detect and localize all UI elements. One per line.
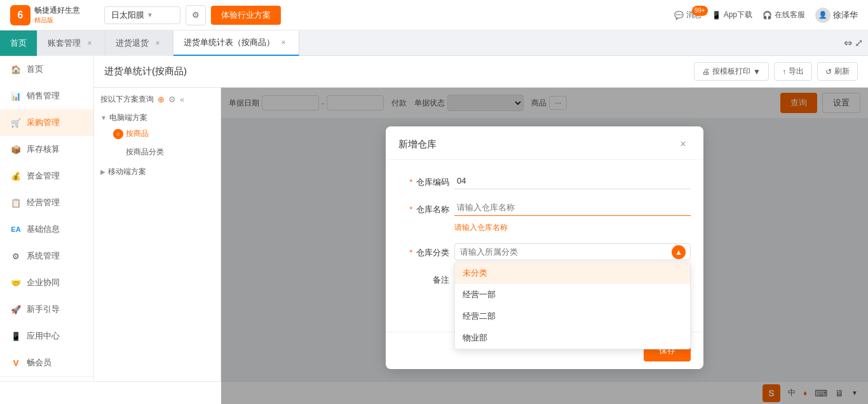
sidebar-item-system[interactable]: ⚙ 系统管理 [0,243,93,269]
main-content: 单据日期 - 付款 单据状态 商品 [221,88,868,404]
sidebar-item-enterprise[interactable]: 🤝 企业协同 [0,269,93,296]
modal-body: * 仓库编码 * 仓库名称 [386,160,703,332]
header-right: 💬 消息 99+ 📱 App下载 🎧 在线客服 👤 徐泽华 [674,8,858,23]
tree-node-mobile[interactable]: ▶ 移动端方案 [100,164,214,180]
tab-account[interactable]: 账套管理 × [37,30,105,56]
gear-icon: ⚙ [192,10,200,20]
inventory-icon: 📦 [10,144,22,155]
refresh-icon: ↺ [825,67,832,76]
page-header: 进货单统计(按商品) 🖨 按模板打印 ▼ ↑ 导出 ↺ 刷新 [94,56,868,88]
dropdown-item-property[interactable]: 物业部 [455,327,690,349]
online-service-button[interactable]: 🎧 在线客服 [763,10,805,20]
add-warehouse-modal: 新增仓库 × * 仓库编码 [386,126,703,369]
tree-node-by-category[interactable]: 按商品分类 [113,144,214,160]
name-row: * 仓库名称 请输入仓库名称 [398,199,691,233]
export-button[interactable]: ↑ 导出 [774,62,812,81]
brand-text: 畅捷通好生意 精品版 [34,5,80,25]
name-error-msg: 请输入仓库名称 [454,222,691,233]
filter-panel-header: 按以下方案查询 ⊕ ⚙ « [100,94,214,105]
finance-icon: 💰 [10,170,22,182]
category-dropdown: 未分类 经营一部 经营二部 物业部 [454,262,691,349]
name-required-star: * [409,205,412,214]
tab-account-label: 账套管理 [48,37,81,49]
sidebar-item-purchase[interactable]: 🛒 采购管理 [0,109,93,136]
tab-purchase-stat-close-icon[interactable]: × [278,37,288,48]
tab-home-label: 首页 [10,37,27,49]
modal-header: 新增仓库 × [386,126,703,160]
collapse-scheme-icon[interactable]: « [180,95,184,104]
sidebar-item-inventory[interactable]: 📦 库存核算 [0,136,93,163]
message-badge: 99+ [692,6,708,16]
basic-info-icon: EA [10,224,22,235]
sidebar-appcenter-label: 应用中心 [27,330,60,342]
code-required-star: * [409,177,412,187]
filter-panel: 按以下方案查询 ⊕ ⚙ « ▼ 电脑端方案 ○ 按商品 按商品分 [94,88,221,404]
user-profile[interactable]: 👤 徐泽华 [815,8,858,23]
main-layout: 🏠 首页 📊 销售管理 🛒 采购管理 📦 库存核算 💰 资金管理 📋 经营管理 … [0,56,868,404]
message-icon: 💬 [674,11,684,20]
mobile-icon: 📱 [712,11,721,20]
name-input[interactable] [454,199,691,216]
modal-close-button[interactable]: × [675,137,691,152]
code-row: * 仓库编码 [398,173,691,189]
sidebar-item-appcenter[interactable]: 📱 应用中心 [0,323,93,349]
category-row: * 仓库分类 ▲ 未分类 经营一部 [398,243,691,260]
category-input[interactable] [454,243,691,260]
modal-overlay[interactable]: 新增仓库 × * 仓库编码 [221,88,868,404]
category-label: * 仓库分类 [398,243,449,259]
print-button[interactable]: 🖨 按模板打印 ▼ [694,62,769,81]
app-download-button[interactable]: 📱 App下载 [712,10,752,20]
print-icon: 🖨 [702,67,710,76]
sidebar-item-operation[interactable]: 📋 经营管理 [0,189,93,216]
sidebar-item-sales[interactable]: 📊 销售管理 [0,83,93,109]
add-scheme-icon[interactable]: ⊕ [158,95,165,104]
user-avatar: 👤 [815,8,831,23]
sidebar-home-label: 首页 [27,64,43,75]
content-area: 进货单统计(按商品) 🖨 按模板打印 ▼ ↑ 导出 ↺ 刷新 [94,56,868,404]
member-icon: V [10,357,22,368]
tree-children-pc: ○ 按商品 按商品分类 [113,126,214,160]
home-icon: 🏠 [10,64,22,75]
sidebar-item-home[interactable]: 🏠 首页 [0,56,93,83]
modal-title: 新增仓库 [398,138,437,151]
refresh-button[interactable]: ↺ 刷新 [817,62,858,81]
sidebar-operation-label: 经营管理 [27,197,60,208]
sidebar-inventory-label: 库存核算 [27,144,60,155]
trial-button[interactable]: 体验行业方案 [211,6,281,25]
code-label: * 仓库编码 [398,173,449,188]
tab-home[interactable]: 首页 [0,30,37,56]
name-label: * 仓库名称 [398,200,449,215]
tab-account-close-icon[interactable]: × [85,38,95,48]
tree-arrow-icon: ▼ [100,114,107,121]
header-middle: 日太阳膜 ▼ ⚙ 体验行业方案 [104,5,674,25]
dropdown-item-dept2[interactable]: 经营二部 [455,306,690,327]
category-select-wrap: ▲ 未分类 经营一部 经营二部 物业部 [454,243,691,260]
tab-return-close-icon[interactable]: × [153,38,163,48]
edit-scheme-icon[interactable]: ⚙ [168,95,176,104]
sidebar-item-basic-info[interactable]: EA 基础信息 [0,216,93,243]
sidebar-finance-label: 资金管理 [27,170,60,182]
tab-return-label: 进货退货 [116,37,149,49]
gear-button[interactable]: ⚙ [186,5,206,25]
tree-mobile-arrow-icon: ▶ [100,168,105,175]
sidebar-basic-info-label: 基础信息 [27,224,60,235]
dropdown-item-unclassified[interactable]: 未分类 [455,262,690,284]
sidebar-item-newbie[interactable]: 🚀 新手引导 [0,296,93,323]
tab-return[interactable]: 进货退货 × [105,30,173,56]
tab-purchase-stat[interactable]: 进货单统计表（按商品） × [173,30,299,56]
category-required-star: * [409,248,412,257]
store-selector[interactable]: 日太阳膜 ▼ [104,6,180,24]
print-dropdown-icon: ▼ [753,67,761,76]
message-button[interactable]: 💬 消息 99+ [674,10,702,20]
sidebar-item-finance[interactable]: 💰 资金管理 [0,163,93,189]
page-action-area: 🖨 按模板打印 ▼ ↑ 导出 ↺ 刷新 [694,62,858,81]
tree-node-pc[interactable]: ▼ 电脑端方案 [100,110,214,126]
category-toggle-icon[interactable]: ▲ [672,245,686,259]
tab-expand-icon[interactable]: ⤢ [855,37,863,49]
tree-node-by-product[interactable]: ○ 按商品 [113,126,214,142]
code-input[interactable] [454,173,691,189]
sidebar-item-member[interactable]: V 畅会员 [0,349,93,376]
tab-collapse-icon[interactable]: ⇔ [844,37,852,49]
enterprise-icon: 🤝 [10,277,22,288]
dropdown-item-dept1[interactable]: 经营一部 [455,284,690,306]
